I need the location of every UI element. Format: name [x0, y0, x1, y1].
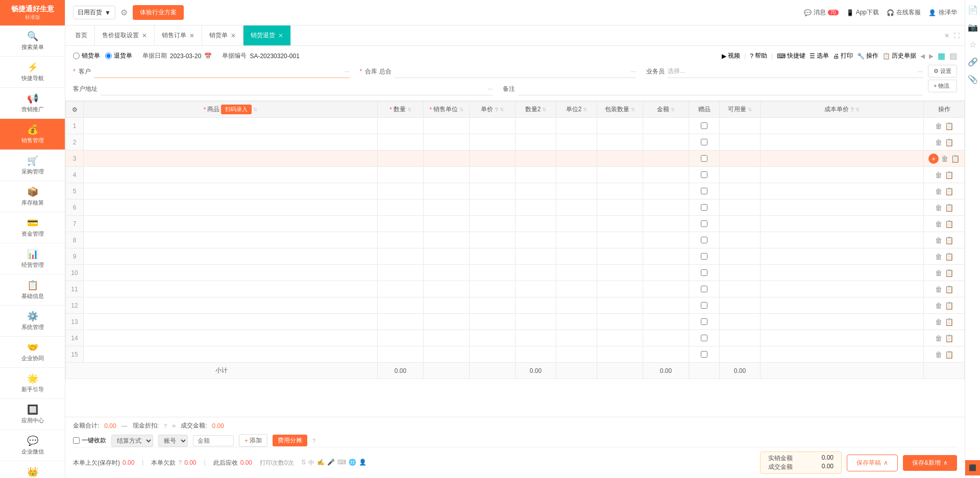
shipment-radio[interactable]: 销货单	[73, 52, 100, 60]
quantity2-cell[interactable]	[516, 281, 556, 297]
unit-price-cell[interactable]	[470, 281, 516, 297]
sales-unit-cell[interactable]	[424, 232, 470, 248]
unit2-cell[interactable]	[556, 346, 597, 363]
quantity-cell[interactable]	[378, 346, 424, 363]
gift-cell[interactable]	[689, 167, 720, 183]
help-btn[interactable]: ? 帮助	[750, 52, 767, 60]
sidebar-item-guide[interactable]: 🌟 新手引导	[0, 368, 65, 399]
sidebar-item-wechat[interactable]: 💬 企业微信	[0, 430, 65, 461]
cost-price-cell[interactable]	[761, 232, 924, 248]
delete-row-icon[interactable]: 🗑	[941, 155, 948, 163]
unit-price-cell[interactable]	[470, 232, 516, 248]
available-cell[interactable]	[720, 297, 761, 314]
gift-cell[interactable]	[689, 232, 720, 248]
unit-price-cell[interactable]	[470, 314, 516, 330]
delete-row-icon[interactable]: 🗑	[935, 301, 942, 310]
cost-price-cell[interactable]	[761, 346, 924, 363]
amount-cell[interactable]	[643, 265, 689, 281]
gift-checkbox[interactable]	[701, 204, 707, 211]
tab-home[interactable]: 首页	[68, 26, 95, 45]
list-view-icon[interactable]: ▤	[949, 51, 957, 61]
account-select[interactable]: 账号	[158, 435, 188, 447]
add-row-button[interactable]: +	[928, 154, 939, 164]
pack-qty-cell[interactable]	[597, 232, 643, 248]
available-cell[interactable]	[720, 281, 761, 297]
next-icon[interactable]: ▶	[929, 53, 934, 60]
quantity2-cell[interactable]	[516, 232, 556, 248]
tab-sales-order[interactable]: 销售订单 ✕	[155, 26, 202, 45]
amount-cell[interactable]	[643, 232, 689, 248]
gift-cell[interactable]	[689, 199, 720, 216]
gift-checkbox[interactable]	[701, 220, 707, 227]
print-btn[interactable]: 🖨 打印	[833, 52, 853, 60]
tab-price-setting[interactable]: 售价提取设置 ✕	[95, 26, 155, 45]
unit-price-cell[interactable]	[470, 346, 516, 363]
quantity-cell[interactable]	[378, 150, 424, 167]
amount-cell[interactable]	[643, 297, 689, 314]
panel-doc-icon[interactable]: 📄	[965, 3, 981, 17]
product-cell[interactable]	[84, 330, 378, 346]
tab-fullscreen-icon[interactable]: ⛶	[953, 32, 960, 39]
cost-price-cell[interactable]	[761, 330, 924, 346]
delete-row-icon[interactable]: 🗑	[935, 334, 942, 342]
unit2-cell[interactable]	[556, 134, 597, 150]
gift-cell[interactable]	[689, 314, 720, 330]
prev-icon[interactable]: ◀	[920, 53, 925, 60]
sidebar-item-sales[interactable]: 💰 销售管理	[0, 119, 65, 150]
sidebar-item-apps[interactable]: 🔲 应用中心	[0, 399, 65, 430]
unit2-cell[interactable]	[556, 281, 597, 297]
available-cell[interactable]	[720, 150, 761, 167]
customer-input[interactable]: ···	[94, 65, 350, 78]
sidebar-item-search[interactable]: 🔍 搜索菜单	[0, 26, 65, 57]
pack-qty-cell[interactable]	[597, 216, 643, 232]
product-cell[interactable]	[84, 118, 378, 134]
delete-row-icon[interactable]: 🗑	[935, 253, 942, 261]
gift-cell[interactable]	[689, 346, 720, 363]
quantity-cell[interactable]	[378, 248, 424, 265]
quantity2-cell[interactable]	[516, 248, 556, 265]
copy-row-icon[interactable]: 📋	[945, 236, 953, 244]
available-cell[interactable]	[720, 330, 761, 346]
pack-qty-cell[interactable]	[597, 314, 643, 330]
copy-row-icon[interactable]: 📋	[945, 220, 953, 228]
pack-qty-cell[interactable]	[597, 330, 643, 346]
delete-row-icon[interactable]: 🗑	[935, 220, 942, 228]
sales-unit-cell[interactable]	[424, 346, 470, 363]
shortcut-btn[interactable]: ⌨ 快捷键	[777, 52, 805, 60]
available-cell[interactable]	[720, 248, 761, 265]
copy-row-icon[interactable]: 📋	[945, 171, 953, 179]
select-btn[interactable]: ☰ 选单	[810, 52, 829, 60]
unit-price-cell[interactable]	[470, 248, 516, 265]
unit2-cell[interactable]	[556, 118, 597, 134]
unit-price-cell[interactable]	[470, 183, 516, 199]
pack-qty-cell[interactable]	[597, 134, 643, 150]
quantity2-cell[interactable]	[516, 134, 556, 150]
gift-cell[interactable]	[689, 330, 720, 346]
cost-price-cell[interactable]	[761, 216, 924, 232]
unit-price-cell[interactable]	[470, 150, 516, 167]
delete-row-icon[interactable]: 🗑	[935, 318, 942, 326]
available-cell[interactable]	[720, 167, 761, 183]
sidebar-item-system[interactable]: ⚙️ 系统管理	[0, 306, 65, 337]
amount-input[interactable]	[193, 435, 234, 446]
amount-cell[interactable]	[643, 134, 689, 150]
sales-unit-cell[interactable]	[424, 281, 470, 297]
tab-close-icon[interactable]: ✕	[142, 32, 147, 39]
sidebar-item-finance[interactable]: 💳 资金管理	[0, 212, 65, 243]
panel-active-icon[interactable]: ⬛	[965, 460, 980, 475]
amount-cell[interactable]	[643, 118, 689, 134]
payment-method-select[interactable]: 结算方式	[111, 435, 153, 447]
quantity-cell[interactable]	[378, 199, 424, 216]
sales-unit-cell[interactable]	[424, 297, 470, 314]
gift-cell[interactable]	[689, 248, 720, 265]
gift-cell[interactable]	[689, 118, 720, 134]
pack-qty-cell[interactable]	[597, 265, 643, 281]
topbar-gear-icon[interactable]: ⚙	[120, 8, 128, 17]
available-cell[interactable]	[720, 346, 761, 363]
gift-checkbox[interactable]	[701, 318, 707, 325]
amount-cell[interactable]	[643, 346, 689, 363]
cost-price-cell[interactable]	[761, 248, 924, 265]
copy-row-icon[interactable]: 📋	[945, 138, 953, 146]
unit2-cell[interactable]	[556, 297, 597, 314]
tab-close-all-icon[interactable]: ✕	[944, 32, 949, 39]
